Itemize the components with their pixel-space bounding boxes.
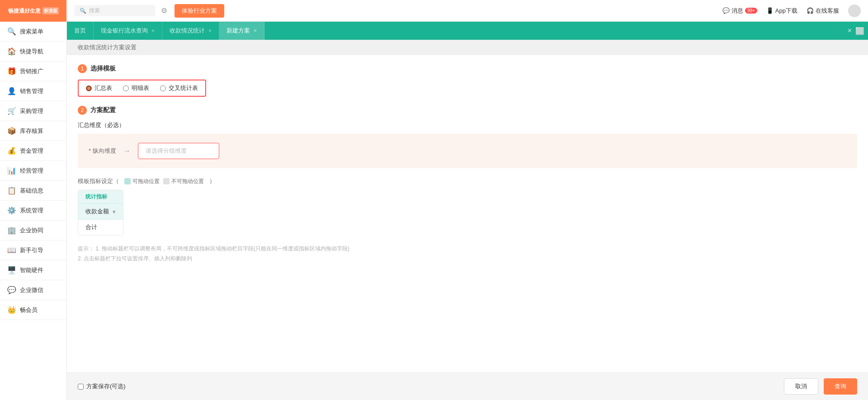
chat-icon: 💬: [7, 286, 16, 294]
topbar-right: 💬 消息 99+ 📱 App下载 🎧 在线客服: [722, 5, 861, 17]
stats-subtotal: 合计: [78, 220, 123, 235]
template-radio-cross[interactable]: [160, 85, 166, 91]
dimension-selector[interactable]: 请选择分组维度: [138, 143, 219, 159]
tab-new-plan-label: 新建方案: [226, 27, 250, 35]
logo-badge: 标准版: [42, 7, 59, 14]
query-button[interactable]: 查询: [824, 378, 857, 395]
template-options: 汇总表 明细表 交叉统计表: [78, 80, 206, 97]
topbar: 🔍 搜索 ⚙ 体验行业方案 💬 消息 99+ 📱 App下载 🎧 在线客服: [67, 0, 868, 22]
tab-bank-flow-close[interactable]: ×: [151, 28, 155, 34]
sidebar: 畅捷通好生意 标准版 🔍 搜索菜单 🏠 快捷导航 🎁 营销推广 👤 销售管理 🛒…: [0, 0, 67, 400]
tab-maximize-icon[interactable]: ⬜: [855, 27, 864, 35]
tabbar: 首页 现金银行流水查询 × 收款情况统计 × 新建方案 × × ⬜: [67, 22, 868, 40]
gear-icon: ⚙️: [7, 206, 16, 215]
tab-collection-stats-label: 收款情况统计: [170, 27, 205, 35]
dimension-area: * 纵向维度 → 请选择分组维度: [78, 134, 857, 168]
logo-text: 畅捷通好生意: [8, 7, 41, 15]
tab-new-plan[interactable]: 新建方案 ×: [219, 22, 264, 40]
search-icon: 🔍: [80, 8, 86, 14]
stats-table: 统计指标 收款金额 ▾ 合计: [78, 190, 123, 235]
content-area: 收款情况统计方案设置 1 选择模板 汇总表 明细表: [67, 40, 868, 400]
box-icon: 📦: [7, 127, 16, 135]
footer: 方案保存(可选) 取消 查询: [67, 372, 868, 400]
step1-title: 选择模板: [90, 65, 116, 73]
legend-non-draggable: 不可拖动位置: [163, 178, 204, 185]
dimension-config-label: 汇总维度（必选）: [78, 121, 857, 129]
sidebar-item-search[interactable]: 🔍 搜索菜单: [0, 22, 66, 42]
save-label: 方案保存(可选): [86, 382, 126, 391]
indicator-settings: 模板指标设定（ 可拖动位置 不可拖动位置 ）: [78, 177, 857, 237]
step2-header: 2 方案配置: [78, 106, 857, 115]
sidebar-item-system[interactable]: ⚙️ 系统管理: [0, 201, 66, 221]
tab-new-plan-close[interactable]: ×: [254, 28, 257, 34]
sidebar-item-wechat[interactable]: 💬 企业微信: [0, 280, 66, 300]
stats-cell-label: 收款金额: [85, 207, 109, 216]
sidebar-item-guide[interactable]: 📖 新手引导: [0, 240, 66, 260]
settings-icon[interactable]: ⚙: [161, 6, 167, 15]
book-icon: 📖: [7, 246, 16, 254]
sidebar-logo: 畅捷通好生意 标准版: [0, 0, 66, 22]
sidebar-item-sales[interactable]: 👤 销售管理: [0, 81, 66, 101]
save-checkbox[interactable]: [78, 384, 84, 390]
sidebar-item-marketing[interactable]: 🎁 营销推广: [0, 61, 66, 81]
tab-bank-flow[interactable]: 现金银行流水查询 ×: [94, 22, 162, 40]
headset-icon: 🎧: [807, 7, 814, 14]
sidebar-item-member[interactable]: 👑 畅会员: [0, 300, 66, 320]
tab-home-label: 首页: [74, 27, 86, 35]
dimension-row: * 纵向维度 → 请选择分组维度: [89, 143, 846, 159]
clipboard-icon: 📋: [7, 186, 16, 195]
footer-save-option: 方案保存(可选): [78, 382, 126, 391]
sidebar-item-quicknav[interactable]: 🏠 快捷导航: [0, 42, 66, 61]
notification-item[interactable]: 💬 消息 99+: [722, 7, 757, 15]
building-icon: 🏢: [7, 226, 16, 235]
dimension-arrow-icon: →: [123, 147, 131, 155]
tab-collection-stats[interactable]: 收款情况统计 ×: [162, 22, 219, 40]
notification-badge: 99+: [745, 8, 757, 14]
step2-badge: 2: [78, 106, 87, 115]
hint-text: 提示： 1. 拖动标题栏可以调整布局，不可跨维度或指标区域拖动栏目字段(只能在同…: [78, 244, 857, 264]
sidebar-item-finance[interactable]: 💰 资金管理: [0, 141, 66, 161]
tab-close-icon[interactable]: ×: [848, 27, 852, 35]
tab-actions: × ⬜: [848, 27, 868, 35]
app-download-item[interactable]: 📱 App下载: [766, 7, 797, 15]
bell-icon: 💬: [722, 7, 730, 14]
stats-table-header: 统计指标: [78, 190, 123, 204]
template-option-summary[interactable]: 汇总表: [86, 84, 112, 92]
tab-home[interactable]: 首页: [67, 22, 94, 40]
breadcrumb: 收款情况统计方案设置: [67, 40, 868, 55]
sidebar-item-hardware[interactable]: 🖥️ 智能硬件: [0, 260, 66, 280]
search-placeholder-text: 搜索: [89, 7, 100, 14]
stats-cell-collection[interactable]: 收款金额 ▾: [78, 204, 123, 220]
sidebar-item-purchase[interactable]: 🛒 采购管理: [0, 101, 66, 121]
download-icon: 📱: [766, 7, 774, 14]
step2-section: 2 方案配置 汇总维度（必选） * 纵向维度 → 请选择分组维度: [78, 106, 857, 264]
sidebar-item-operations[interactable]: 📊 经营管理: [0, 161, 66, 181]
trial-button[interactable]: 体验行业方案: [175, 4, 224, 18]
indicator-settings-header: 模板指标设定（ 可拖动位置 不可拖动位置 ）: [78, 177, 857, 185]
non-draggable-dot: [163, 178, 170, 184]
dropdown-arrow-icon[interactable]: ▾: [113, 208, 116, 215]
gift-icon: 🎁: [7, 67, 16, 75]
support-item[interactable]: 🎧 在线客服: [807, 7, 839, 15]
tab-bank-flow-label: 现金银行流水查询: [101, 27, 148, 35]
user-icon: 👤: [7, 87, 16, 95]
draggable-dot: [124, 178, 131, 184]
cancel-button[interactable]: 取消: [784, 378, 818, 395]
search-nav-icon: 🔍: [7, 27, 16, 36]
home-icon: 🏠: [7, 47, 16, 56]
form-area: 1 选择模板 汇总表 明细表 交叉统计表: [67, 55, 868, 372]
template-option-cross[interactable]: 交叉统计表: [160, 84, 198, 92]
cart-icon: 🛒: [7, 107, 16, 115]
indicator-legend: 可拖动位置 不可拖动位置: [124, 178, 204, 185]
dimension-config: 汇总维度（必选） * 纵向维度 → 请选择分组维度: [78, 121, 857, 168]
step2-title: 方案配置: [90, 106, 116, 114]
user-avatar[interactable]: [848, 5, 861, 17]
template-option-detail[interactable]: 明细表: [123, 84, 149, 92]
sidebar-item-inventory[interactable]: 📦 库存核算: [0, 121, 66, 141]
sidebar-item-enterprise[interactable]: 🏢 企业协同: [0, 221, 66, 240]
template-radio-detail[interactable]: [123, 85, 129, 91]
topbar-search-box[interactable]: 🔍 搜索: [74, 5, 156, 16]
tab-collection-close[interactable]: ×: [208, 28, 212, 34]
template-radio-summary[interactable]: [86, 85, 92, 91]
sidebar-item-basic[interactable]: 📋 基础信息: [0, 181, 66, 201]
